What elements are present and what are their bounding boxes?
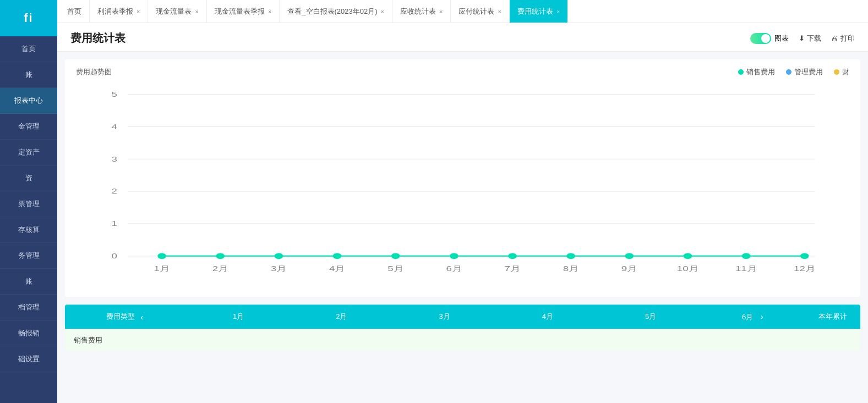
svg-point-34 (742, 253, 751, 259)
tab-payable[interactable]: 应付统计表 × (451, 0, 509, 23)
sidebar-item-invoice[interactable]: 票管理 (0, 191, 57, 217)
th-feb: 2月 (290, 312, 393, 322)
sidebar-item-capital[interactable]: 资 (0, 165, 57, 191)
th-ytd: 本年累计 (805, 312, 860, 322)
table-row: 销售费用 (65, 329, 860, 351)
close-icon[interactable]: × (439, 8, 443, 15)
svg-point-33 (684, 253, 692, 259)
svg-point-32 (625, 253, 634, 259)
svg-text:4月: 4月 (329, 264, 345, 273)
svg-text:3月: 3月 (271, 264, 287, 273)
th-jan: 1月 (187, 312, 290, 322)
close-icon[interactable]: × (268, 8, 271, 15)
svg-point-25 (216, 253, 225, 259)
th-mar: 3月 (393, 312, 496, 322)
toggle-thumb (761, 34, 770, 43)
th-type: 费用类型 ‹ (65, 312, 187, 322)
svg-text:2月: 2月 (212, 264, 228, 273)
tab-cashflow[interactable]: 现金流量表 × (148, 0, 206, 23)
svg-point-30 (508, 253, 517, 259)
sidebar-item-settings[interactable]: 础设置 (0, 346, 57, 372)
tab-profit-quarterly[interactable]: 利润表季报 × (90, 0, 148, 23)
svg-point-26 (275, 253, 283, 259)
svg-text:1: 1 (112, 219, 117, 228)
legend-dot-admin (786, 69, 791, 75)
legend-label-finance: 财 (842, 67, 849, 77)
sidebar-logo: fi (0, 0, 57, 36)
svg-text:9月: 9月 (621, 264, 637, 273)
line-chart: 0 1 2 3 4 5 1月 2月 3月 4月 5月 6月 7月 8月 9月 (76, 82, 849, 286)
sidebar-item-expense[interactable]: 畅报销 (0, 321, 57, 346)
toggle-track[interactable] (750, 33, 771, 44)
next-arrow[interactable]: › (758, 312, 766, 321)
td-type: 销售费用 (65, 335, 190, 345)
svg-point-24 (157, 253, 166, 259)
tab-receivable[interactable]: 应收统计表 × (392, 0, 451, 23)
sidebar-item-assets[interactable]: 定资产 (0, 140, 57, 165)
page-header: 费用统计表 图表 ⬇ 下载 🖨 打印 (57, 23, 868, 52)
sidebar-item-ledger[interactable]: 账 (0, 269, 57, 295)
svg-text:3: 3 (112, 155, 117, 163)
legend-dot-finance (834, 69, 839, 75)
svg-text:4: 4 (112, 123, 117, 131)
tab-blank-report[interactable]: 查看_空白报表(2023年02月) × (280, 0, 392, 23)
svg-text:10月: 10月 (677, 264, 698, 273)
svg-point-29 (450, 253, 458, 259)
th-apr: 4月 (496, 312, 599, 322)
svg-text:5: 5 (112, 90, 117, 98)
sidebar-item-inventory[interactable]: 存核算 (0, 217, 57, 243)
download-icon: ⬇ (799, 34, 805, 42)
close-icon[interactable]: × (195, 8, 198, 15)
close-icon[interactable]: × (556, 8, 560, 15)
svg-point-35 (800, 253, 809, 259)
chart-toggle[interactable]: 图表 (750, 33, 789, 44)
svg-point-27 (333, 253, 342, 259)
tabbar: 首页 利润表季报 × 现金流量表 × 现金流量表季报 × 查看_空白报表(202… (57, 0, 868, 23)
svg-text:12月: 12月 (794, 264, 815, 273)
download-button[interactable]: ⬇ 下载 (799, 34, 821, 43)
svg-text:2: 2 (112, 187, 117, 195)
chart-container: 0 1 2 3 4 5 1月 2月 3月 4月 5月 6月 7月 8月 9月 (76, 82, 849, 286)
svg-text:8月: 8月 (563, 264, 579, 273)
svg-text:5月: 5月 (387, 264, 403, 273)
sidebar-item-account[interactable]: 账 (0, 62, 57, 88)
close-icon[interactable]: × (137, 8, 140, 15)
toggle-label: 图表 (774, 34, 789, 43)
legend-label-sales: 销售费用 (746, 67, 775, 77)
legend-dot-sales (738, 69, 744, 75)
sidebar: fi 首页 账 报表中心 金管理 定资产 资 票管理 存核算 务管理 账 档管理… (0, 0, 57, 403)
tab-cashflow-quarterly[interactable]: 现金流量表季报 × (207, 0, 280, 23)
table-header-row: 费用类型 ‹ 1月 2月 3月 4月 5月 6月 › 本年累计 (65, 305, 860, 329)
main-area: 首页 利润表季报 × 现金流量表 × 现金流量表季报 × 查看_空白报表(202… (57, 0, 868, 403)
print-button[interactable]: 🖨 打印 (831, 34, 855, 43)
tab-expense-stats[interactable]: 费用统计表 × (510, 0, 567, 23)
svg-text:0: 0 (112, 252, 117, 260)
sidebar-item-reports[interactable]: 报表中心 (0, 88, 57, 114)
prev-arrow[interactable]: ‹ (138, 312, 145, 322)
chart-legend: 销售费用 管理费用 财 (738, 67, 849, 77)
svg-point-28 (391, 253, 400, 259)
header-actions: 图表 ⬇ 下载 🖨 打印 (750, 33, 855, 44)
sidebar-item-archive[interactable]: 档管理 (0, 295, 57, 321)
chart-header: 费用趋势图 销售费用 管理费用 财 (76, 67, 849, 77)
svg-point-31 (566, 253, 575, 259)
close-icon[interactable]: × (381, 8, 384, 15)
svg-text:1月: 1月 (154, 264, 170, 273)
table-section: 费用类型 ‹ 1月 2月 3月 4月 5月 6月 › 本年累计 销售费用 (65, 305, 860, 351)
svg-text:6月: 6月 (446, 264, 462, 273)
sidebar-item-home[interactable]: 首页 (0, 36, 57, 62)
page-title: 费用统计表 (70, 31, 125, 46)
legend-item-finance: 财 (834, 67, 849, 77)
th-jun: 6月 › (702, 312, 805, 322)
legend-item-admin: 管理费用 (786, 67, 823, 77)
legend-item-sales: 销售费用 (738, 67, 775, 77)
sidebar-item-finance[interactable]: 金管理 (0, 114, 57, 140)
chart-title: 费用趋势图 (76, 67, 112, 77)
close-icon[interactable]: × (498, 8, 501, 15)
th-may: 5月 (599, 312, 702, 322)
tab-home[interactable]: 首页 (59, 0, 90, 23)
print-icon: 🖨 (831, 34, 838, 42)
sidebar-item-service[interactable]: 务管理 (0, 243, 57, 269)
svg-text:11月: 11月 (735, 264, 757, 273)
legend-label-admin: 管理费用 (794, 67, 823, 77)
